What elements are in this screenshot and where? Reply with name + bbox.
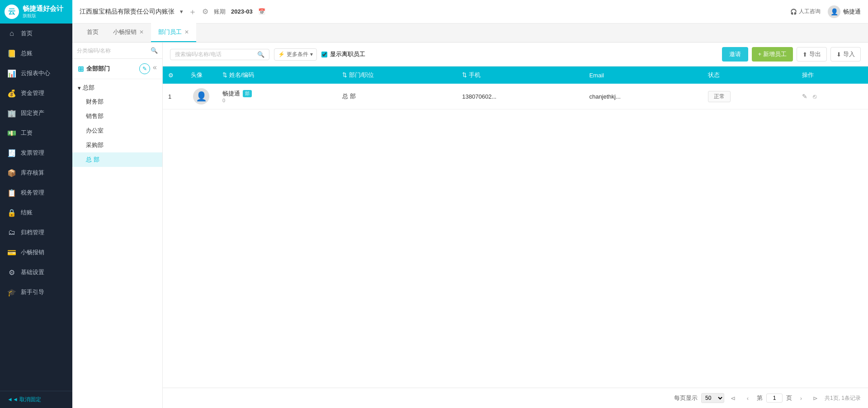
last-page-button[interactable]: ⊳ xyxy=(810,393,821,403)
dept-label: 采购部 xyxy=(86,142,104,148)
dept-search-box[interactable]: 🔍 xyxy=(72,43,162,59)
per-page-select[interactable]: 50 100 xyxy=(701,393,724,403)
user-name: 畅捷通 xyxy=(843,8,861,16)
sidebar-item-label: 结账 xyxy=(21,209,33,217)
tab-首页[interactable]: 首页 xyxy=(80,23,106,42)
user-info[interactable]: 👤 畅捷通 xyxy=(828,5,861,18)
right-panel: 🔍 ⚡ 更多条件 ▾ 显示离职员工 邀请 + 新增员工 ⬆ 导出 xyxy=(163,43,868,408)
th-status: 状态 xyxy=(703,66,797,84)
tab-小畅报销[interactable]: 小畅报销✕ xyxy=(106,23,151,42)
tab-close-icon[interactable]: ✕ xyxy=(139,29,144,35)
customer-service-button[interactable]: 🎧 人工咨询 xyxy=(790,8,821,15)
filter-label: 更多条件 xyxy=(287,51,308,58)
emp-name: 畅捷通 xyxy=(222,90,240,98)
emp-badge: 部 xyxy=(243,90,252,97)
next-page-button[interactable]: › xyxy=(796,393,807,403)
show-resigned-checkbox-group[interactable]: 显示离职员工 xyxy=(321,50,365,58)
export-label: 导出 xyxy=(809,50,821,58)
import-label: 导入 xyxy=(843,50,855,58)
sidebar-item-fixed-assets[interactable]: 🏢 固定资产 xyxy=(0,103,72,123)
sidebar-item-xiaochang[interactable]: 💳 小畅报销 xyxy=(0,242,72,262)
show-resigned-label: 显示离职员工 xyxy=(330,50,365,58)
top-bar-right: 🎧 人工咨询 👤 畅捷通 xyxy=(790,5,861,18)
import-button[interactable]: ⬇ 导入 xyxy=(830,47,861,62)
chevron-down-icon: ▾ xyxy=(78,85,81,91)
sidebar-item-reports[interactable]: 📊 云报表中心 xyxy=(0,63,72,83)
add-employee-button[interactable]: + 新增员工 xyxy=(752,47,793,62)
sidebar: 云 畅捷通好会计 旗舰版 ⌂ 首页 📒 总账 📊 云报表中心 💰 资金管理 🏢 … xyxy=(0,0,72,408)
employee-toolbar: 🔍 ⚡ 更多条件 ▾ 显示离职员工 邀请 + 新增员工 ⬆ 导出 xyxy=(163,43,868,66)
inventory-icon: 📦 xyxy=(7,168,16,177)
app-logo: 云 畅捷通好会计 旗舰版 xyxy=(0,0,72,24)
th-phone[interactable]: ⇅ 手机 xyxy=(457,66,584,84)
show-resigned-checkbox[interactable] xyxy=(321,52,327,57)
toolbar-right: 邀请 + 新增员工 ⬆ 导出 ⬇ 导入 xyxy=(722,47,861,62)
dept-collapse-icon[interactable]: « xyxy=(153,63,157,74)
dept-parent-item[interactable]: ▾总部 xyxy=(72,81,162,95)
row-actions: ✎ ⎋ xyxy=(797,84,868,109)
page-label: 页 xyxy=(786,394,792,402)
th-dept[interactable]: ⇅ 部门/职位 xyxy=(337,66,457,84)
invite-button[interactable]: 邀请 xyxy=(722,47,748,62)
employee-search-box[interactable]: 🔍 xyxy=(170,49,269,60)
sidebar-item-close[interactable]: 🔒 结账 xyxy=(0,203,72,223)
dept-search-input[interactable] xyxy=(77,47,148,54)
sidebar-item-ledger[interactable]: 📒 总账 xyxy=(0,43,72,63)
sidebar-item-tax[interactable]: 📋 税务管理 xyxy=(0,183,72,203)
period-label: 账期 xyxy=(214,8,226,16)
search-icon[interactable]: 🔍 xyxy=(257,51,264,58)
sidebar-pin-toggle[interactable]: ◄◄ 取消固定 xyxy=(0,391,72,408)
prev-page-button[interactable]: ‹ xyxy=(742,393,753,403)
sidebar-item-label: 资金管理 xyxy=(21,89,44,97)
dept-item[interactable]: 销售部 xyxy=(72,109,162,123)
add-tab-button[interactable]: ＋ xyxy=(189,6,197,17)
sidebar-item-archive[interactable]: 🗂 归档管理 xyxy=(0,223,72,242)
row-avatar-cell: 👤 xyxy=(185,84,217,109)
row-index: 1 xyxy=(163,84,185,109)
sidebar-item-home[interactable]: ⌂ 首页 xyxy=(0,24,72,43)
dept-item[interactable]: 财务部 xyxy=(72,95,162,109)
sidebar-item-funds[interactable]: 💰 资金管理 xyxy=(0,83,72,103)
archive-icon: 🗂 xyxy=(7,228,16,237)
edit-icon[interactable]: ✎ xyxy=(802,93,807,100)
logo-icon: 云 xyxy=(5,5,19,19)
export-button[interactable]: ⬆ 导出 xyxy=(797,47,827,62)
tab-部门员工[interactable]: 部门员工✕ xyxy=(151,23,196,42)
all-dept-item[interactable]: ⊞ 全部部门 xyxy=(78,65,110,73)
dept-header-icons: ✎ « xyxy=(139,63,157,74)
calendar-icon[interactable]: 📅 xyxy=(258,8,265,15)
sidebar-item-inventory[interactable]: 📦 库存核算 xyxy=(0,163,72,183)
dept-search-icon[interactable]: 🔍 xyxy=(151,47,158,54)
th-name[interactable]: ⇅ 姓名/编码 xyxy=(217,66,337,84)
top-bar: 江西服宝精品有限责任公司内账张 ▾ ＋ ⚙ 账期 2023-03 📅 🎧 人工咨… xyxy=(72,0,868,24)
settings-icon[interactable]: ⚙ xyxy=(202,7,208,16)
employee-search-input[interactable] xyxy=(175,51,255,57)
reports-icon: 📊 xyxy=(7,69,16,78)
row-phone: 138070602... xyxy=(457,84,584,109)
sidebar-item-guide[interactable]: 🎓 新手引导 xyxy=(0,282,72,302)
dept-item[interactable]: 办公室 xyxy=(72,123,162,138)
employee-table-body: 1 👤 畅捷通 部 0 总 部 138070602... chanjethkj.… xyxy=(163,84,868,109)
dept-edit-icon[interactable]: ✎ xyxy=(139,63,150,74)
sidebar-item-label: 云报表中心 xyxy=(21,69,50,77)
funds-icon: 💰 xyxy=(7,89,16,98)
first-page-button[interactable]: ⊲ xyxy=(728,393,739,403)
sidebar-item-label: 税务管理 xyxy=(21,189,44,197)
logout-icon[interactable]: ⎋ xyxy=(813,93,816,100)
filter-icon: ⚡ xyxy=(278,51,285,57)
sidebar-item-label: 工资 xyxy=(21,129,33,137)
sidebar-item-invoices[interactable]: 🧾 发票管理 xyxy=(0,143,72,163)
dept-item[interactable]: 采购部 xyxy=(72,138,162,152)
company-dropdown-icon[interactable]: ▾ xyxy=(180,8,183,15)
export-icon: ⬆ xyxy=(802,51,807,58)
company-name: 江西服宝精品有限责任公司内账张 xyxy=(80,8,175,16)
sidebar-item-settings[interactable]: ⚙ 基础设置 xyxy=(0,262,72,282)
page-number-input[interactable] xyxy=(766,394,783,403)
sidebar-item-payroll[interactable]: 💵 工资 xyxy=(0,123,72,143)
filter-button[interactable]: ⚡ 更多条件 ▾ xyxy=(274,48,317,61)
th-actions: 操作 xyxy=(797,66,868,84)
tab-close-icon[interactable]: ✕ xyxy=(184,29,189,35)
dept-panel: 🔍 ⊞ 全部部门 ✎ « ▾总部财务部销售部办公室采购部总 部 xyxy=(72,43,163,408)
th-settings[interactable]: ⚙ xyxy=(163,66,185,84)
dept-item[interactable]: 总 部 xyxy=(72,152,162,167)
